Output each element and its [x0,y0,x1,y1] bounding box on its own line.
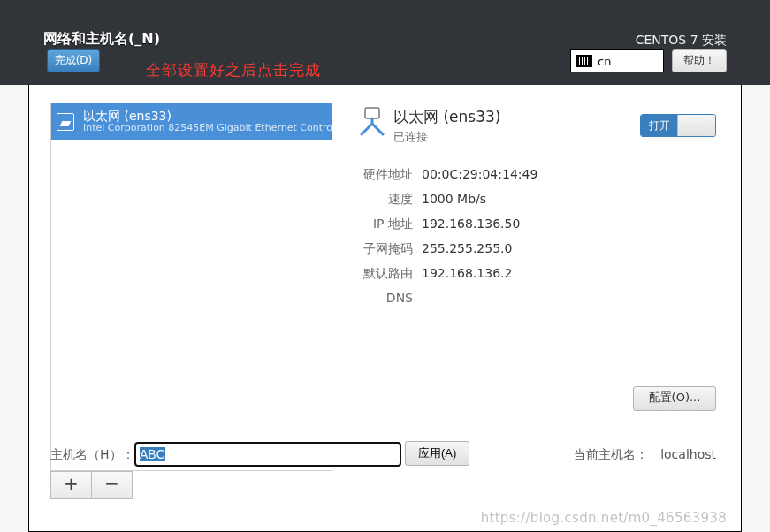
svg-rect-0 [365,108,379,118]
hostname-input[interactable] [134,442,401,467]
property-label: 子网掩码 [344,236,413,261]
property-value: 00:0C:29:04:14:49 [422,162,537,186]
apply-button[interactable]: 应用(A) [405,441,469,466]
property-row: 子网掩码255.255.255.0 [344,236,537,261]
keyboard-layout-selector[interactable]: cn [570,49,664,72]
page-title: 网络和主机名(_N) [43,30,160,49]
configure-button[interactable]: 配置(O)... [633,386,716,411]
ethernet-icon [57,113,74,131]
content-area: 以太网 (ens33) Intel Corporation 82545EM Gi… [28,85,742,532]
ethernet-large-icon [356,106,386,136]
property-row: IP 地址192.168.136.50 [344,211,537,236]
help-button[interactable]: 帮助！ [672,49,727,72]
property-row: 速度1000 Mb/s [344,186,537,211]
property-value: 1000 Mb/s [422,186,486,211]
current-hostname-label: 当前主机名： [574,447,648,463]
property-value: 192.168.136.50 [422,211,520,236]
add-device-button[interactable]: + [50,471,92,499]
keyboard-layout-value: cn [598,55,611,68]
hostname-label: 主机名（H）： [50,447,134,463]
brand-label: CENTOS 7 安装 [636,33,727,49]
property-label: DNS [344,285,413,310]
current-hostname-value: localhost [660,447,716,461]
installer-window: 网络和主机名(_N) 完成(D) 全部设置好之后点击完成 CENTOS 7 安装… [0,0,770,532]
property-label: 速度 [344,186,413,211]
property-value: 255.255.255.0 [422,236,512,261]
property-value: 192.168.136.2 [422,261,512,285]
keyboard-icon [576,55,592,67]
watermark: https://blog.csdn.net/m0_46563938 [481,510,727,526]
device-name: 以太网 (ens33) [83,109,332,123]
detail-status: 已连接 [393,129,428,145]
property-label: IP 地址 [344,211,413,236]
device-list-item[interactable]: 以太网 (ens33) Intel Corporation 82545EM Gi… [51,103,332,140]
property-table: 硬件地址00:0C:29:04:14:49速度1000 Mb/sIP 地址192… [344,162,537,310]
done-button[interactable]: 完成(D) [47,49,100,72]
device-subtitle: Intel Corporation 82545EM Gigabit Ethern… [83,123,332,134]
property-label: 硬件地址 [344,162,413,186]
annotation-text: 全部设置好之后点击完成 [146,60,321,80]
toggle-on-label: 打开 [641,115,677,136]
property-row: DNS [344,285,537,310]
header-bar: 网络和主机名(_N) 完成(D) 全部设置好之后点击完成 CENTOS 7 安装… [0,0,770,85]
toggle-knob [677,115,715,136]
property-row: 硬件地址00:0C:29:04:14:49 [344,162,537,186]
detail-title: 以太网 (ens33) [393,107,500,127]
device-list-buttons: + − [50,471,133,499]
property-row: 默认路由192.168.136.2 [344,261,537,285]
device-list[interactable]: 以太网 (ens33) Intel Corporation 82545EM Gi… [50,103,332,471]
connection-toggle[interactable]: 打开 [640,114,716,137]
remove-device-button[interactable]: − [92,471,133,499]
property-label: 默认路由 [344,261,413,285]
